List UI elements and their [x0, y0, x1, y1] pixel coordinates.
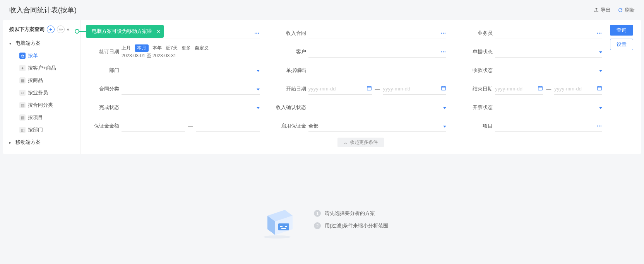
step-text-1: 请先选择要分析的方案: [325, 210, 375, 217]
bill-number-to[interactable]: [383, 65, 447, 76]
main-card: 按以下方案查询 + « 电脑方案可设为移动方案啦 ✕ ▾ 电脑端方案 ◔ 按单 …: [3, 20, 641, 154]
step-badge-1: 1: [314, 210, 321, 217]
end-date-from-input[interactable]: [495, 86, 538, 92]
refresh-icon: [618, 7, 623, 13]
receipt-status-select[interactable]: [495, 65, 602, 76]
tree-item-by-salesperson[interactable]: ☺ 按业务员: [8, 87, 80, 99]
svg-rect-9: [280, 226, 283, 227]
deposit-from[interactable]: [122, 120, 185, 132]
department-select[interactable]: [122, 65, 260, 76]
hint-text: 电脑方案可设为移动方案啦: [92, 28, 152, 34]
hint-close-button[interactable]: ✕: [156, 29, 161, 34]
calendar-icon[interactable]: [597, 85, 602, 92]
contract-category-select[interactable]: [122, 83, 260, 95]
calendar-icon[interactable]: [367, 85, 372, 92]
step-badge-2: 2: [314, 222, 321, 229]
start-date-from[interactable]: [308, 83, 372, 95]
sidebar-collapse-button[interactable]: «: [67, 27, 69, 32]
tree-item-by-department[interactable]: ◫ 按部门: [8, 124, 80, 136]
sidebar-title: 按以下方案查询: [9, 26, 45, 33]
calendar-icon[interactable]: [441, 85, 446, 92]
field-bill-status: 单据状态: [462, 43, 633, 61]
range-separator: —: [375, 86, 380, 92]
grid-icon: ▦: [19, 77, 26, 83]
tree-item-by-product[interactable]: ▦ 按商品: [8, 74, 80, 87]
date-pill-7days[interactable]: 近7天: [166, 45, 178, 51]
date-pill-this-year[interactable]: 本年: [152, 45, 162, 51]
step-text-2: 用[过滤]条件来缩小分析范围: [325, 222, 388, 229]
add-scheme-button[interactable]: +: [47, 26, 55, 33]
field-start-date: 开始日期 —: [275, 80, 447, 98]
date-pill-more[interactable]: 更多: [182, 45, 191, 51]
person-icon: ☺: [19, 90, 26, 96]
start-date-to-input[interactable]: [383, 86, 441, 92]
field-receipt-status: 收款状态: [462, 61, 633, 80]
invoice-status-select[interactable]: [495, 102, 602, 113]
chevron-down-icon: [257, 104, 260, 110]
date-range-text: 2023-03-01 至 2023-03-31: [122, 53, 260, 59]
clock-icon: ◔: [19, 53, 26, 59]
scheme-settings-button[interactable]: [57, 26, 65, 33]
chevron-down-icon: [599, 67, 602, 73]
caret-right-icon: ▸: [9, 140, 13, 145]
customer-select[interactable]: ⋯: [308, 46, 447, 58]
tree-group-desktop[interactable]: ▾ 电脑端方案: [8, 37, 80, 49]
chevron-down-icon: [599, 104, 602, 110]
more-icon: ⋯: [597, 123, 602, 129]
more-icon: ⋯: [441, 49, 446, 55]
tree-item-by-category[interactable]: ▥ 按合同分类: [8, 99, 80, 111]
field-salesperson: 业务员 ⋯: [462, 24, 633, 43]
tree-item-label: 按单: [28, 52, 38, 59]
end-date-from[interactable]: [495, 83, 543, 95]
completion-status-select[interactable]: [122, 102, 260, 113]
empty-steps: 1 请先选择要分析的方案 2 用[过滤]条件来缩小分析范围: [314, 210, 388, 229]
refresh-label: 刷新: [625, 7, 635, 14]
end-date-to[interactable]: [554, 83, 602, 95]
field-department: 部门: [88, 61, 260, 80]
tree-item-label: 按商品: [28, 77, 43, 84]
field-completion-status: 完成状态: [88, 98, 260, 117]
enable-deposit-select[interactable]: 全部: [308, 120, 447, 132]
tree-item-label: 按业务员: [28, 89, 48, 96]
settings-button[interactable]: 设置: [610, 39, 633, 50]
date-pill-custom[interactable]: 自定义: [195, 45, 209, 51]
chevron-down-icon: [257, 86, 260, 92]
empty-step-1: 1 请先选择要分析的方案: [314, 210, 388, 217]
end-date-to-input[interactable]: [554, 86, 597, 92]
tree-item-label: 按项目: [28, 114, 43, 121]
more-icon: ⋯: [597, 30, 602, 36]
project-select[interactable]: ⋯: [495, 120, 602, 132]
action-buttons: 查询 设置: [610, 25, 633, 50]
caret-down-icon: ▾: [9, 41, 13, 46]
tree-item-by-customer-product[interactable]: ✦ 按客户+商品: [8, 62, 80, 74]
start-date-to[interactable]: [383, 83, 447, 95]
page-title: 收入合同统计表(按单): [9, 5, 77, 15]
page-header: 收入合同统计表(按单) 导出 刷新: [0, 0, 644, 20]
calendar-icon[interactable]: [538, 85, 543, 92]
salesperson-select[interactable]: ⋯: [495, 27, 602, 39]
query-button[interactable]: 查询: [610, 25, 633, 36]
collapse-bar: ︽ 收起更多条件: [88, 135, 633, 151]
export-button[interactable]: 导出: [594, 7, 611, 14]
bill-status-select[interactable]: [495, 46, 602, 58]
deposit-to[interactable]: [196, 120, 260, 132]
tree-item-by-order[interactable]: ◔ 按单: [8, 49, 80, 62]
tree-item-label: 按客户+商品: [28, 65, 56, 72]
tree-item-label: 按合同分类: [28, 102, 53, 109]
date-pill-last-month[interactable]: 上月: [122, 45, 131, 51]
bill-number-from[interactable]: [308, 65, 372, 76]
svg-rect-8: [278, 223, 289, 230]
date-pill-this-month[interactable]: 本月: [135, 44, 149, 52]
refresh-button[interactable]: 刷新: [618, 7, 635, 14]
svg-rect-1: [367, 87, 371, 90]
income-contract-select[interactable]: ⋯: [308, 27, 447, 39]
income-confirm-status-select[interactable]: [308, 102, 447, 113]
start-date-from-input[interactable]: [308, 86, 367, 92]
collapse-conditions-button[interactable]: ︽ 收起更多条件: [337, 138, 384, 147]
empty-state: 1 请先选择要分析的方案 2 用[过滤]条件来缩小分析范围: [0, 200, 644, 239]
tree-item-by-project[interactable]: ▤ 按项目: [8, 111, 80, 124]
more-icon: ⋯: [254, 30, 260, 36]
bars-icon: ▥: [19, 102, 26, 108]
hint-bubble: 电脑方案可设为移动方案啦 ✕: [85, 25, 164, 38]
tree-group-mobile[interactable]: ▸ 移动端方案: [8, 136, 80, 148]
